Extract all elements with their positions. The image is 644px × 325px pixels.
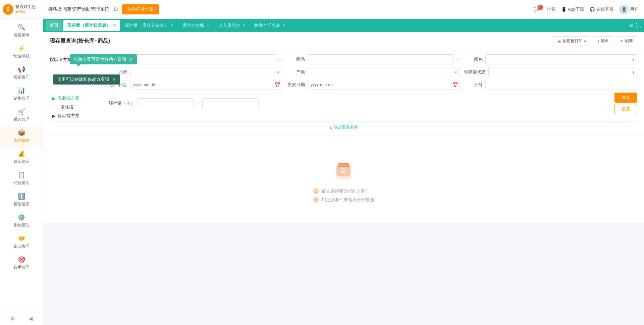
sidebar-item-sales[interactable]: 📊 销售管理 (0, 84, 43, 105)
color-select[interactable] (485, 54, 637, 64)
online-service-label: 在线客服 (596, 6, 614, 12)
sidebar-item-basic-info[interactable]: ℹ️ 基础信息 (0, 189, 43, 210)
online-service-item[interactable]: 🎧 在线客服 (590, 6, 614, 12)
batch-no-input[interactable] (485, 80, 637, 90)
user-item[interactable]: 👤 用户 (619, 5, 639, 14)
tab-inventory-status-label: 现存量（库存状况表） (67, 22, 111, 29)
sidebar-item-search-menu[interactable]: 🔍 搜索菜单 (0, 20, 43, 41)
filter-stock-status: 现存量状态 (464, 67, 637, 77)
collapse-icon[interactable]: ◀ (29, 315, 33, 322)
sidebar-item-operations[interactable]: 📋 经营管理 (0, 168, 43, 189)
scheme-tooltip-2-close[interactable]: ✕ (112, 77, 116, 82)
sidebar-item-label: 系统管理 (13, 222, 30, 228)
sidebar-item-system[interactable]: ⚙️ 系统管理 (0, 210, 43, 231)
tab-close-batch-account[interactable]: ✕ (206, 23, 210, 28)
qty-range-separator: — (196, 101, 200, 106)
scheme-item-mobile-triangle: ▶ (52, 113, 56, 118)
basic-info-icon: ℹ️ (18, 193, 25, 200)
filter-batch-no: 批号 (464, 80, 637, 90)
tab-in-out-flow[interactable]: 出入库流水 ✕ (214, 20, 250, 31)
stock-qty-min-input[interactable] (138, 98, 194, 108)
tab-in-out-flow-label: 出入库流水 (218, 22, 240, 29)
message-item[interactable]: 💬 6 消息 (534, 6, 556, 12)
sidebar-item-label: 新手引导 (13, 265, 30, 270)
scheme-tooltip-1: 电脑方案可设为移动方案哦 ✕ (70, 54, 137, 64)
query-actions: 查询 设置 (614, 93, 637, 114)
settings-icon[interactable]: ⚙ (10, 315, 15, 322)
refresh-icon: ↻ (620, 39, 624, 44)
produce-date-input[interactable] (130, 80, 282, 90)
industry-plan-button[interactable]: 体验行业方案 (122, 4, 159, 14)
tab-close-all-icon[interactable]: ✕ (629, 22, 633, 29)
goods-dots[interactable]: ··· (455, 56, 460, 62)
tab-close-inventory-status[interactable]: ✕ (113, 23, 116, 28)
sidebar-item-finance[interactable]: 💰 资金管理 (0, 147, 43, 168)
settings-dropdown-icon[interactable]: ⚙ (113, 6, 118, 12)
message-badge: 6 (538, 5, 543, 10)
sidebar-item-label: 搜索菜单 (13, 32, 30, 38)
scheme-item-triangle: ▶ (52, 96, 56, 101)
tab-batch-account-label: 库存批次账 (182, 22, 204, 29)
print-button[interactable]: 🖨 按模板打印 ▾ (553, 36, 590, 46)
sidebar-item-label: 采购管理 (13, 117, 30, 122)
purchase-icon: 🛒 (18, 108, 25, 115)
tab-close-receive-send[interactable]: ✕ (282, 23, 286, 28)
tab-inventory-status[interactable]: 现存量（库存状况表） ✕ (63, 20, 120, 31)
sidebar-item-inventory[interactable]: 📦 库存核算 (0, 126, 43, 147)
empty-icon (330, 156, 357, 183)
sidebar-item-label: 基础信息 (13, 201, 30, 207)
query-button[interactable]: 查询 (614, 93, 637, 103)
origin-select[interactable] (308, 67, 460, 77)
refresh-label: 刷新 (625, 38, 633, 44)
collapse-row[interactable]: ∧ 收起更多条件 (50, 121, 637, 133)
scheme-item-size[interactable]: 按规格 (58, 103, 103, 111)
page-title: 现存量查询(按仓库+商品) (50, 38, 110, 45)
scheme-item-mobile[interactable]: ▶ 移动端方案 (50, 111, 103, 120)
sidebar-item-label: 企业协同 (13, 243, 30, 249)
expire-date-input[interactable] (308, 80, 460, 90)
empty-state: 1 请先选择要分析的方案 2 用过滤条件来缩小分析范围 (43, 136, 644, 223)
system-icon: ⚙️ (18, 214, 25, 221)
sales-icon: 📊 (18, 87, 25, 94)
app-download-item[interactable]: 📱 App下载 (561, 6, 584, 12)
tab-receive-send[interactable]: 收发存汇总表 ✕ (250, 20, 290, 31)
size-select[interactable] (130, 67, 282, 77)
refresh-button[interactable]: ↻ 刷新 (616, 36, 637, 46)
tab-fullscreen-icon[interactable]: ⛶ (636, 22, 641, 29)
sidebar-item-cooperation[interactable]: 🤝 企业协同 (0, 231, 43, 253)
stock-qty-max-input[interactable] (202, 98, 259, 108)
headset-icon: 🎧 (590, 7, 595, 12)
content-inner: 现存量查询(按仓库+商品) 🖨 按模板打印 ▾ ↑ 导出 ↻ 刷新 (43, 32, 644, 223)
sidebar-item-purchase[interactable]: 🛒 采购管理 (0, 105, 43, 126)
stock-status-select[interactable] (488, 67, 637, 77)
scheme-tooltip-1-close[interactable]: ✕ (129, 57, 133, 62)
sidebar-item-label: 营销推广 (13, 74, 30, 80)
tab-close-in-out-flow[interactable]: ✕ (242, 23, 246, 28)
svg-point-5 (344, 169, 345, 170)
sidebar-bottom: ⚙ ◀ (0, 312, 43, 325)
tab-batch-account[interactable]: 库存批次账 ✕ (178, 20, 214, 31)
user-label: 用户 (630, 6, 639, 12)
color-label: 颜色 (464, 56, 483, 62)
operations-icon: 📋 (18, 171, 25, 179)
warehouse-dots[interactable]: ··· (278, 56, 282, 62)
tab-home[interactable]: 首页 (46, 20, 62, 31)
goods-input[interactable] (308, 54, 454, 64)
sidebar-item-marketing[interactable]: 📢 营销推广 (0, 62, 43, 84)
sidebar-item-quick-nav[interactable]: ⚡ 快速导航 (0, 41, 43, 62)
reset-button[interactable]: 设置 (614, 104, 637, 114)
quick-nav-icon: ⚡ (18, 45, 25, 52)
top-header: 装备及固定资产辅助管理系统 ⚙ 体验行业方案 💬 6 消息 📱 App下载 🎧 … (43, 0, 644, 19)
sidebar-item-guide[interactable]: 🎯 新手引导 (0, 253, 43, 274)
export-button[interactable]: ↑ 导出 (593, 36, 613, 46)
scheme-list: ▶ 电脑端方案 按规格 ▶ 移动端方案 (50, 94, 103, 120)
tab-close-inventory-dist[interactable]: ✕ (170, 23, 174, 28)
tab-inventory-dist[interactable]: 现存量（库存分布表） ✕ (121, 20, 178, 31)
filter-size: 尺码 (109, 67, 282, 77)
warehouse-input[interactable] (130, 54, 276, 64)
scheme-item-desktop[interactable]: ▶ 电脑端方案 (50, 94, 103, 103)
user-avatar: 👤 (619, 5, 629, 14)
svg-rect-2 (338, 163, 349, 167)
empty-hint-1-text: 请先选择要分析的方案 (322, 188, 365, 194)
scheme-item-desktop-sub: 按规格 (50, 103, 103, 111)
